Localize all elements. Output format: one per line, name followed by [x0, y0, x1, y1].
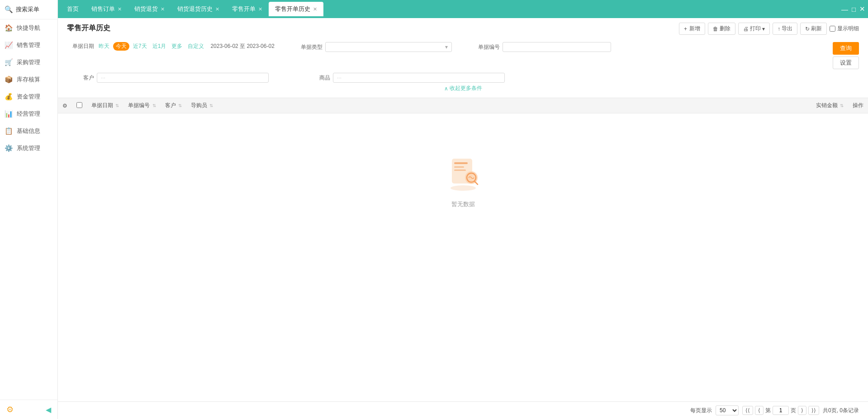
window-close-icon[interactable]: ✕: [859, 5, 865, 13]
goods-label: 商品: [303, 74, 330, 82]
goods-input[interactable]: ···: [333, 73, 505, 83]
tab-sales-order-label: 销售订单: [91, 2, 115, 16]
collapse-filter-button[interactable]: ∧ 收起更多条件: [67, 85, 859, 92]
display-toggle-checkbox[interactable]: [830, 26, 835, 32]
tab-retail-open-history[interactable]: 零售开单历史 ✕: [269, 2, 323, 16]
sidebar-item-finance[interactable]: 💰 资金管理: [0, 88, 57, 105]
window-maximize-icon[interactable]: □: [852, 5, 856, 13]
customer-input[interactable]: ···: [97, 73, 269, 83]
tab-sales-return-close[interactable]: ✕: [161, 2, 165, 16]
select-all-checkbox[interactable]: [76, 102, 82, 108]
main-content: 首页 销售订单 ✕ 销货退货 ✕ 销货退货历史 ✕ 零售开单 ✕ 零售开单历史 …: [58, 0, 868, 419]
sidebar-item-quick-nav[interactable]: 🏠 快捷导航: [0, 19, 57, 37]
doc-type-select[interactable]: ▾: [325, 42, 452, 52]
sidebar-item-purchase-mgmt[interactable]: 🛒 采购管理: [0, 54, 57, 71]
table-settings-icon[interactable]: ⚙: [62, 103, 67, 109]
tab-sales-return-history-close[interactable]: ✕: [215, 2, 219, 16]
col-number: 单据编号 ⇅: [123, 98, 160, 113]
tab-retail-open-history-close[interactable]: ✕: [313, 2, 317, 16]
sidebar-item-label: 基础信息: [17, 127, 40, 135]
settings-icon[interactable]: ⚙: [6, 405, 14, 414]
refresh-button[interactable]: ↻ 刷新: [800, 23, 827, 35]
shortcut-1month[interactable]: 近1月: [151, 42, 168, 51]
settings-button[interactable]: 设置: [833, 56, 859, 69]
last-page-btn[interactable]: ⟩⟩: [808, 406, 819, 415]
tab-sales-return-history-label: 销货退货历史: [177, 2, 213, 16]
col-action-label: 操作: [853, 102, 863, 108]
svg-point-0: [451, 185, 476, 191]
sort-amount-icon[interactable]: ⇅: [840, 103, 844, 108]
sidebar-item-label: 快捷导航: [17, 24, 40, 32]
shortcut-custom[interactable]: 自定义: [186, 42, 206, 51]
collapse-sidebar-icon[interactable]: ◀: [46, 405, 51, 414]
sidebar-item-basic-info[interactable]: 📋 基础信息: [0, 122, 57, 140]
collapse-label: 收起更多条件: [450, 85, 482, 92]
export-label: 导出: [782, 25, 792, 33]
per-page-select[interactable]: 50 10 20 100: [716, 405, 739, 415]
first-page-btn[interactable]: ⟨⟨: [742, 406, 753, 415]
tab-sales-return-label: 销货退货: [134, 2, 158, 16]
col-customer-label: 客户: [165, 102, 176, 108]
delete-label: 删除: [720, 25, 730, 33]
prev-page-btn[interactable]: ⟨: [755, 406, 764, 415]
shortcut-yesterday[interactable]: 昨天: [97, 42, 111, 51]
filter-section: 单据日期 昨天 今天 近7天 近1月 更多 自定义 2023-06-02 至 2…: [58, 38, 868, 98]
window-minimize-icon[interactable]: —: [841, 5, 848, 13]
export-icon: ↑: [778, 26, 780, 32]
tab-bar-controls: — □ ✕: [841, 5, 865, 13]
display-toggle[interactable]: 显示明细: [830, 25, 859, 33]
tab-sales-order[interactable]: 销售订单 ✕: [85, 2, 128, 16]
sidebar-item-label: 资金管理: [17, 93, 40, 101]
refresh-icon: ↻: [805, 26, 810, 32]
tab-retail-open[interactable]: 零售开单 ✕: [226, 2, 269, 16]
print-arrow-icon: ▾: [762, 26, 765, 32]
sidebar-item-operations[interactable]: 📊 经营管理: [0, 105, 57, 122]
sidebar-item-inventory[interactable]: 📦 库存核算: [0, 71, 57, 88]
tab-retail-open-close[interactable]: ✕: [258, 2, 262, 16]
col-guide: 导购员 ⇅: [186, 98, 218, 113]
date-range-display: 2023-06-02 至 2023-06-02: [210, 42, 274, 50]
page-suffix: 页: [791, 407, 796, 414]
sort-number-icon[interactable]: ⇅: [152, 103, 156, 108]
shortcut-7days[interactable]: 近7天: [131, 42, 149, 51]
page-input[interactable]: [773, 406, 789, 415]
finance-icon: 💰: [5, 93, 13, 101]
sort-date-icon[interactable]: ⇅: [115, 103, 119, 108]
tab-home[interactable]: 首页: [61, 2, 85, 16]
sidebar-item-label: 采购管理: [17, 58, 40, 66]
sidebar: 🔍 搜索采单 🏠 快捷导航 📈 销售管理 🛒 采购管理 📦 库存核算 💰 资金管…: [0, 0, 58, 419]
col-number-label: 单据编号: [128, 102, 150, 108]
sidebar-item-sales-mgmt[interactable]: 📈 销售管理: [0, 37, 57, 54]
sidebar-item-sys-mgmt[interactable]: ⚙️ 系统管理: [0, 140, 57, 157]
table-settings-col[interactable]: ⚙: [58, 98, 72, 113]
sort-guide-icon[interactable]: ⇅: [209, 103, 213, 108]
col-customer: 客户 ⇅: [161, 98, 186, 113]
page-nav: ⟨⟨ ⟨ 第 页 ⟩ ⟩⟩: [742, 406, 819, 415]
tab-sales-return[interactable]: 销货退货 ✕: [128, 2, 171, 16]
doc-number-input[interactable]: [503, 42, 611, 52]
col-amount-label: 实销金额: [816, 102, 838, 108]
action-buttons: 查询 设置: [833, 42, 859, 69]
sidebar-search[interactable]: 🔍 搜索采单: [0, 0, 57, 19]
tab-sales-order-close[interactable]: ✕: [118, 2, 122, 16]
add-button[interactable]: + 新增: [679, 23, 705, 35]
search-icon: 🔍: [5, 5, 13, 14]
shortcut-more[interactable]: 更多: [170, 42, 184, 51]
delete-button[interactable]: 🗑 删除: [708, 23, 735, 35]
sidebar-item-label: 库存核算: [17, 75, 40, 84]
tab-retail-open-label: 零售开单: [232, 2, 256, 16]
operations-icon: 📊: [5, 110, 13, 118]
shortcut-today[interactable]: 今天: [113, 42, 129, 51]
sidebar-bottom: ⚙ ◀: [0, 400, 57, 419]
empty-state: 暂无数据: [58, 113, 868, 245]
customer-label: 客户: [67, 74, 94, 82]
sort-customer-icon[interactable]: ⇅: [178, 103, 182, 108]
customer-ellipsis: ···: [101, 75, 105, 81]
next-page-btn[interactable]: ⟩: [798, 406, 806, 415]
tab-sales-return-history[interactable]: 销货退货历史 ✕: [171, 2, 226, 16]
print-button[interactable]: 🖨 打印 ▾: [738, 23, 770, 35]
col-spacer: [218, 98, 811, 113]
query-button[interactable]: 查询: [833, 42, 859, 55]
refresh-label: 刷新: [811, 25, 822, 33]
export-button[interactable]: ↑ 导出: [773, 23, 797, 35]
